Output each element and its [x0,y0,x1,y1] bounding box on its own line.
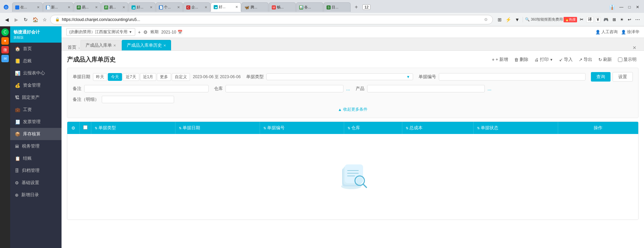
sidebar-item-close[interactable]: 📋 结账 [10,152,62,164]
tab-1-close[interactable]: ✕ [37,5,40,9]
shirt-icon[interactable]: 👔 [607,4,617,10]
col-warehouse[interactable]: ⇅仓库 [344,122,402,134]
note-detail-input[interactable] [102,96,174,103]
tab-7-close[interactable]: ✕ [205,5,207,9]
col-doc-date[interactable]: ⇅单据日期 [175,122,260,134]
sidebar-item-tax[interactable]: 🏛 税务管理 [10,140,62,152]
sidebar-item-inventory[interactable]: 📦 库存核算 [10,128,62,140]
tab-3[interactable]: 易 易... ✕ [74,2,101,12]
add-company-button[interactable]: + [138,29,141,35]
sidebar-item-newrec[interactable]: ⊕ 新增日录 [10,189,62,201]
url-bar[interactable]: 🔒 https://cloud.chanjet.com/accounting/u… [50,15,493,24]
lightning-icon[interactable]: ⚡ [504,16,512,24]
refresh-button[interactable]: ↻ 刷新 [596,55,614,64]
refresh-button[interactable]: ↻ [22,16,30,24]
print-button[interactable]: 🖨 打印 ▼ [532,55,555,64]
game-toolbar[interactable]: 🎮 [602,17,610,22]
back-button[interactable]: ◀ [3,16,11,24]
display-checkbox[interactable]: 显示明 [616,55,639,64]
tab-8-close[interactable]: ✕ [235,5,238,9]
doc-no-input[interactable] [439,73,586,81]
product-input[interactable] [367,85,485,92]
col-gear[interactable]: ⚙ [67,122,79,134]
sidebar-item-report[interactable]: 📊 云报表中心 [10,67,62,79]
warehouse-dots-button[interactable]: ... [346,86,350,91]
period-value[interactable]: 2021-10 📅 [161,30,183,35]
note-input[interactable] [84,85,209,92]
tab-4[interactable]: 易 易... ✕ [101,2,128,12]
warehouse-input[interactable] [225,85,343,92]
sidebar-item-fund[interactable]: 💰 资金管理 [10,79,62,91]
tab-2[interactable]: 📄 新... ✕ [43,2,73,12]
col-checkbox[interactable] [79,122,91,134]
tab-10[interactable]: M 畅... [269,2,296,12]
tab-1[interactable]: 在... ✕ [12,2,43,12]
collapse-button[interactable]: ▲ 收起更多条件 [338,107,368,112]
translate-toolbar[interactable]: 译 [586,16,594,23]
sidebar-item-salary[interactable]: 💼 工资 [10,104,62,116]
add-button[interactable]: + + 新增 [490,55,510,64]
close-button[interactable]: ✕ [634,3,641,11]
date-btn-1month[interactable]: 近1月 [140,73,157,81]
scissors-toolbar[interactable]: ✂ [578,17,585,22]
export-button[interactable]: ↗ 导出 [577,55,594,64]
page-tab-2-active[interactable]: 产成品入库单历史 ✕ [122,40,171,50]
breadcrumb-home[interactable]: 首页 [66,44,78,50]
avatar[interactable]: 👤 徐泽华 [621,29,639,35]
settings-button[interactable]: 设置 [613,72,633,82]
tab-2-close[interactable]: ✕ [68,5,70,9]
bookmark-button[interactable]: ☆ [41,16,49,24]
home-button[interactable]: 🏠 [31,16,39,24]
import-button[interactable]: ↙ 导入 [557,55,575,64]
date-btn-today[interactable]: 今天 [108,73,122,81]
sidebar-item-ledger[interactable]: 📒 总账 [10,55,62,67]
delete-button[interactable]: 🗑 删除 [512,55,530,64]
tab-counter[interactable]: 12 [362,4,371,10]
undo-toolbar[interactable]: ↩ [626,17,633,22]
extensions-icon[interactable]: ⊞ [496,16,504,24]
col-doc-no[interactable]: ⇅单据编号 [260,122,344,134]
yuan-toolbar[interactable]: ¥ [595,17,601,22]
sidebar-item-basic[interactable]: ⚙ 基础设置 [10,177,62,189]
tab-5[interactable]: ☁ 好... ✕ [128,2,156,12]
app-icon-3[interactable]: 微 [1,46,9,53]
new-tab-button[interactable]: + [352,2,361,12]
tab-6-close[interactable]: ✕ [177,5,180,9]
tab-12[interactable]: S 目... [324,2,351,12]
page-close-button[interactable]: ✕ [630,45,639,50]
date-btn-7days[interactable]: 近7天 [123,73,139,81]
company-selector[interactable]: (勿删勿禁用）江西服宝测试专用 ▼ [66,28,135,36]
tab-4-close[interactable]: ✕ [122,5,125,9]
app-icon-1[interactable]: C [1,28,9,36]
tab-6[interactable]: 📄 个... ✕ [156,2,183,12]
grid-toolbar[interactable]: ⊞ [611,17,617,22]
maximize-button[interactable]: □ [626,3,633,11]
tab-9[interactable]: 🦋 腾... [241,2,268,12]
sidebar-item-invoice[interactable]: 🧾 发票管理 [10,116,62,128]
tab-7[interactable]: C 企... ✕ [183,2,210,12]
forward-button[interactable]: ▶ [12,16,20,24]
page-tab-2-close[interactable]: ✕ [163,44,166,47]
human-consult-button[interactable]: 👤 人工咨询 [595,29,618,35]
tab-3-close[interactable]: ✕ [95,5,98,9]
dropdown-button[interactable]: ▼ [513,16,521,24]
page-tab-1[interactable]: 产成品入库单 ✕ [80,40,121,50]
tab-5-close[interactable]: ✕ [150,5,152,9]
tab-8-active[interactable]: ☁ 好... ✕ [211,2,241,12]
hot-search-label[interactable]: 🔥热搜 [564,17,577,22]
col-doc-type[interactable]: ⇅单据类型 [91,122,175,134]
sidebar-item-fixed[interactable]: 🏗 固定资产 [10,91,62,104]
app-icon-4[interactable]: ✉ [1,55,9,62]
date-btn-yesterday[interactable]: 昨天 [93,73,107,81]
doc-type-select[interactable]: ▼ [266,73,413,80]
more-toolbar[interactable]: ⋯ [634,17,641,22]
col-doc-status[interactable]: ⇅单据状态 [474,122,558,134]
minimize-button[interactable]: — [618,3,625,11]
date-btn-more[interactable]: 更多 [157,73,171,81]
sidebar-item-archive[interactable]: 🗄 归档管理 [10,164,62,177]
sidebar-item-home[interactable]: 🏠 首页 [10,43,62,55]
select-all-checkbox[interactable] [83,125,88,130]
tab-11[interactable]: 📊 各... [296,2,323,12]
product-dots-button[interactable]: ... [487,86,492,91]
app-icon-2[interactable]: ✦ [1,37,9,45]
